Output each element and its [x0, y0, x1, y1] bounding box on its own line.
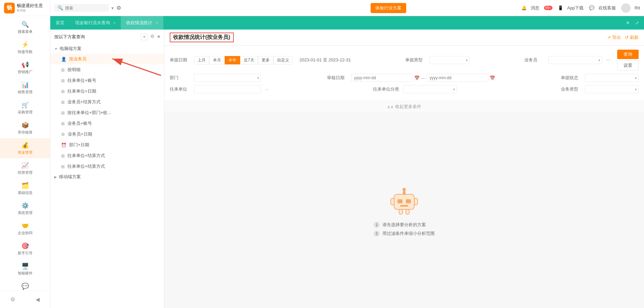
scheme-item-salesperson-settlement[interactable]: ⊞ 业务员+结算方式 [50, 97, 164, 107]
doc-status-select-wrapper [585, 74, 639, 82]
panel-actions: + ⚙ « [141, 34, 160, 40]
scheme-item-unit-account[interactable]: ⊞ 往来单位+账号 [50, 75, 164, 86]
review-calendar-icon-start[interactable]: 📅 [414, 75, 420, 81]
sidebar-item-hardware[interactable]: 🖥️ 智能硬件 [0, 259, 50, 279]
date-tab-more[interactable]: 更多 [258, 56, 273, 64]
sidebar-item-purchase[interactable]: 🛒 采购管理 [0, 98, 50, 118]
scheme-unit-date-label: 往来单位+日期 [67, 88, 96, 94]
date-tab-custom[interactable]: 自定义 [273, 56, 293, 64]
sidebar-bottom: ⚙ ◀ [0, 291, 50, 308]
doc-type-select[interactable] [429, 56, 470, 64]
tab-home[interactable]: 首页 [50, 16, 70, 30]
page-header: 收款情况统计(按业务员) ↗ 导出 ↺ 刷新 [164, 30, 644, 46]
topbar-dropdown-icon[interactable]: ▾ [111, 5, 114, 11]
user-name: Rit [635, 5, 640, 10]
notifications-group[interactable]: 🔔 消息 99+ [521, 5, 552, 11]
sidebar-item-quicknav[interactable]: ⚡ 快捷导航 [0, 38, 50, 58]
scheme-salesperson-settlement-label: 业务员+结算方式 [67, 99, 101, 105]
scheme-item-salesperson[interactable]: 👤 按业务员 [50, 54, 164, 64]
salesperson-more-icon[interactable]: ··· [606, 57, 610, 63]
from-unit-category-select[interactable] [403, 85, 457, 93]
online-service-group[interactable]: 💬 在线客服 [589, 5, 616, 11]
from-unit-more-icon[interactable]: ··· [265, 87, 269, 92]
sidebar-item-inventory[interactable]: 📦 库存核算 [0, 118, 50, 138]
notification-badge: 99+ [544, 6, 552, 10]
search-input[interactable] [65, 6, 105, 10]
doc-status-label: 单据状态 [561, 75, 581, 81]
date-tab-7days[interactable]: 近7天 [240, 56, 258, 64]
collapse-label: 收起更多条件 [395, 104, 421, 110]
sidebar-item-guide[interactable]: 🎯 新手引导 [0, 239, 50, 259]
doc-status-select[interactable] [585, 74, 639, 82]
close-window-btn[interactable]: ✕ [624, 19, 632, 27]
date-tab-this-year[interactable]: 本年 [225, 56, 240, 64]
collapse-sidebar-icon[interactable]: ◀ [34, 294, 42, 305]
review-date-end[interactable] [427, 74, 488, 82]
sidebar-item-operations[interactable]: 📈 经营管理 [0, 158, 50, 178]
expand-window-btn[interactable]: ⤢ [633, 19, 641, 27]
unit-date-icon: ⊞ [61, 89, 65, 94]
scheme-unit-dept-label: 按往来单位+部门+收... [67, 110, 111, 116]
collapse-panel-icon[interactable]: « [157, 34, 160, 40]
scheme-item-salesperson-account[interactable]: ⊞ 业务员+账号 [50, 118, 164, 129]
scheme-item-detail[interactable]: ⊞ 按明细 [50, 64, 164, 75]
trial-btn[interactable]: 体验行业方案 [371, 3, 406, 13]
tab-collection-close[interactable]: × [156, 21, 158, 25]
from-unit-label: 往来单位 [170, 86, 190, 92]
export-btn[interactable]: ↗ 导出 [607, 35, 621, 41]
salesperson-settlement-icon: ⊞ [61, 100, 65, 105]
sidebar-item-enterprise[interactable]: 🤝 企业协同 [0, 219, 50, 239]
app-download-icon: 📱 [558, 5, 563, 10]
date-tab-last-month[interactable]: 上月 [194, 56, 209, 64]
tab-bank-close[interactable]: × [113, 21, 115, 25]
app-download-group[interactable]: 📱 App下载 [558, 5, 584, 11]
date-range-text: 2023-01-01 至 2023-12-31 [300, 57, 351, 63]
biz-type-select[interactable] [585, 85, 639, 93]
sidebar: 畅 畅捷通好生意 标准版 🔍 搜索菜单 ⚡ 快捷导航 📢 营销推广 📊 销售管理… [0, 0, 50, 308]
desktop-group-label: 电脑端方案 [60, 46, 82, 52]
dept-select[interactable] [194, 74, 261, 82]
filter-row-2: 部门 审核日期 📅 — 📅 [170, 74, 639, 82]
query-btn[interactable]: 查询 [617, 50, 639, 59]
tab-collection[interactable]: 收款情况统计 × [121, 16, 163, 30]
desktop-scheme-group: ▼ 电脑端方案 👤 按业务员 ⊞ 按明细 ⊞ 往来单位+账号 ⊞ 往来单位 [50, 44, 164, 172]
settings-scheme-icon[interactable]: ⚙ [150, 34, 155, 40]
user-area[interactable]: Rit [621, 3, 640, 13]
sidebar-item-marketing[interactable]: 📢 营销推广 [0, 58, 50, 78]
from-unit-input[interactable] [194, 85, 261, 93]
add-scheme-icon[interactable]: + [141, 34, 148, 40]
review-calendar-icon-end[interactable]: 📅 [490, 75, 495, 81]
sidebar-item-search[interactable]: 🔍 搜索菜单 [0, 17, 50, 38]
sidebar-item-wechat[interactable]: 💬 企业微信 [0, 279, 50, 291]
scheme-item-dept-date[interactable]: ⏰ 部门+日期 [50, 140, 164, 150]
review-date-start[interactable] [351, 74, 413, 82]
hint-text-1: 请先选择要分析的方案 [382, 222, 426, 228]
settings-bottom-icon[interactable]: ⚙ [8, 294, 17, 305]
desktop-group-arrow: ▼ [54, 47, 58, 51]
scheme-item-unit-date[interactable]: ⊞ 往来单位+日期 [50, 86, 164, 97]
scheme-item-unit-dept[interactable]: ⊞ 按往来单位+部门+收... [50, 107, 164, 118]
refresh-btn[interactable]: ↺ 刷新 [625, 35, 639, 41]
from-unit-category-wrapper [403, 85, 457, 93]
scheme-item-unit-settlement2[interactable]: ⊞ 往来单位+结算方式 [50, 161, 164, 172]
desktop-group-header[interactable]: ▼ 电脑端方案 [50, 44, 164, 54]
salesperson-label: 业务员 [524, 57, 544, 63]
date-tab-this-month[interactable]: 本月 [209, 56, 225, 64]
scheme-item-unit-settlement1[interactable]: ⊞ 往来单位+结算方式 [50, 150, 164, 161]
tab-home-label: 首页 [56, 20, 64, 26]
logo-icon: 畅 [4, 3, 15, 13]
sidebar-item-basic[interactable]: 🗂️ 基础信息 [0, 178, 50, 199]
mobile-group-header[interactable]: ▶ 移动端方案 [50, 172, 164, 182]
settings-btn[interactable]: 设置 [617, 60, 639, 70]
sidebar-item-sales[interactable]: 📊 销售管理 [0, 78, 50, 98]
sidebar-item-system[interactable]: ⚙️ 系统管理 [0, 199, 50, 219]
salesperson-select[interactable] [548, 56, 602, 64]
hint-item-2: 2 用过滤条件来缩小分析范围 [374, 230, 435, 237]
collapse-bar[interactable]: ∧∧ 收起更多条件 [164, 101, 644, 113]
tabbar: 首页 现金银行流水查询 × 收款情况统计 × ✕ ⤢ [50, 16, 644, 30]
scheme-item-salesperson-date[interactable]: ⚙ 业务员+日期 [50, 129, 164, 140]
sidebar-item-finance[interactable]: 💰 资金管理 [0, 138, 50, 158]
topbar-gear-icon[interactable]: ⚙ [116, 5, 121, 11]
tab-bank[interactable]: 现金银行流水查询 × [70, 16, 121, 30]
empty-state: 1 请先选择要分析的方案 2 用过滤条件来缩小分析范围 [374, 184, 435, 237]
